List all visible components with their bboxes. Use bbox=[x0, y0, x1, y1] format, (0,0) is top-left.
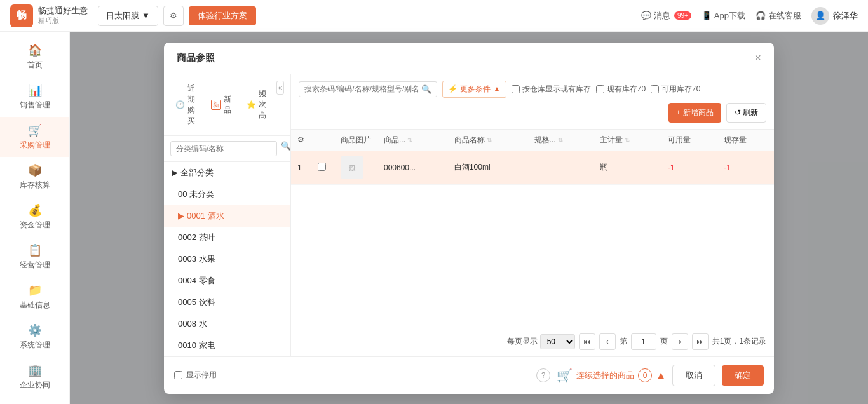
sidebar-item-home[interactable]: 🏠 首页 bbox=[0, 37, 69, 77]
page-size-select[interactable]: 50 10 20 100 bbox=[540, 334, 575, 349]
add-product-button[interactable]: + 新增商品 bbox=[668, 103, 721, 123]
confirm-button[interactable]: 确定 bbox=[722, 365, 764, 386]
total-info: 共1页，1条记录 bbox=[712, 336, 766, 347]
cart-icon: 🛒 bbox=[557, 368, 573, 383]
branch-dropdown[interactable]: 日太阳膜 ▼ bbox=[98, 6, 158, 26]
sidebar-item-operations[interactable]: 📋 经营管理 bbox=[0, 237, 69, 277]
col-available: 可用量 bbox=[661, 130, 718, 151]
sidebar-label-system: 系统管理 bbox=[20, 340, 50, 351]
category-search-input[interactable] bbox=[170, 141, 277, 156]
product-thumbnail: 🖼 bbox=[341, 156, 363, 179]
row-stock: -1 bbox=[717, 151, 774, 184]
cart-area: 🛒 连续选择的商品 0 ▲ bbox=[557, 368, 666, 383]
sidebar-label-stock: 库存核算 bbox=[20, 180, 50, 191]
category-collapse-button[interactable]: « bbox=[276, 81, 284, 95]
row-check[interactable] bbox=[311, 151, 334, 184]
page-number-input[interactable] bbox=[631, 333, 656, 350]
stock-icon: 📦 bbox=[28, 163, 42, 177]
show-disabled-label[interactable]: 显示停用 bbox=[174, 370, 217, 380]
sidebar: 🏠 首页 📊 销售管理 🛒 采购管理 📦 库存核算 💰 资金管理 📋 经营管理 … bbox=[0, 32, 70, 404]
sidebar-item-sales[interactable]: 📊 销售管理 bbox=[0, 77, 69, 117]
col-unit[interactable]: 主计量 ⇅ bbox=[593, 130, 661, 151]
row-spec bbox=[528, 151, 593, 184]
category-0005[interactable]: 0005 饮料 bbox=[164, 292, 290, 313]
modal-close-button[interactable]: × bbox=[754, 51, 761, 65]
search-icon[interactable]: 🔍 bbox=[281, 141, 291, 156]
user-area[interactable]: 👤 徐泽华 bbox=[811, 7, 858, 25]
category-0004-label: 0004 零食 bbox=[178, 275, 215, 286]
category-search-area: 🔍 bbox=[164, 136, 290, 162]
page-size-wrap: 每页显示 50 10 20 100 bbox=[507, 334, 575, 349]
top-right-nav: 💬 消息 99+ 📱 App下载 🎧 在线客服 👤 徐泽华 bbox=[641, 7, 858, 25]
prev-page-button[interactable]: ‹ bbox=[599, 333, 616, 350]
category-0008[interactable]: 0008 水 bbox=[164, 313, 290, 335]
modal-overlay: 商品参照 × 🕐 近期购买 新 新 bbox=[70, 32, 868, 404]
category-panel: 🕐 近期购买 新 新品 ⭐ 频次高 « bbox=[164, 74, 291, 356]
recent-purchase-tab[interactable]: 🕐 近期购买 bbox=[170, 81, 201, 129]
avail-ne0-checkbox[interactable]: 可用库存≠0 bbox=[651, 84, 700, 95]
category-0001[interactable]: ▶ 0001 酒水 bbox=[164, 205, 290, 227]
col-code[interactable]: 商品... ⇅ bbox=[377, 130, 448, 151]
category-0004[interactable]: 0004 零食 bbox=[164, 270, 290, 292]
stock-ne0-checkbox[interactable]: 现有库存≠0 bbox=[596, 84, 646, 95]
category-0001-label: 0001 酒水 bbox=[187, 210, 224, 222]
logo-text: 畅捷通好生意 bbox=[38, 6, 88, 17]
product-toolbar: 🔍 ⚡ 更多条件 ▲ 按仓库显示现有库存 bbox=[291, 74, 774, 130]
modal-title: 商品参照 bbox=[177, 52, 215, 64]
app-download-nav-item[interactable]: 📱 App下载 bbox=[702, 10, 745, 22]
product-search-input[interactable] bbox=[304, 84, 419, 93]
next-page-button[interactable]: › bbox=[672, 333, 688, 350]
logo-sub: 精巧版 bbox=[38, 16, 88, 25]
product-search-wrap: 🔍 bbox=[299, 81, 437, 97]
avail-ne0-check[interactable] bbox=[651, 85, 659, 93]
messages-nav-item[interactable]: 💬 消息 99+ bbox=[641, 10, 691, 22]
sidebar-item-system[interactable]: ⚙️ 系统管理 bbox=[0, 317, 69, 357]
category-list: ▶ 全部分类 00 未分类 ▶ 0001 酒水 0002 茶 bbox=[164, 162, 290, 356]
toolbar-right-buttons: + 新增商品 ↺ 刷新 bbox=[668, 103, 766, 123]
more-filter-button[interactable]: ⚡ 更多条件 ▲ bbox=[442, 81, 506, 98]
sidebar-item-purchase[interactable]: 🛒 采购管理 bbox=[0, 117, 69, 157]
product-table: ⚙ 商品图片 商品... ⇅ 商品名称 bbox=[291, 130, 774, 185]
show-disabled-checkbox[interactable] bbox=[174, 371, 182, 379]
sidebar-item-finance[interactable]: 💰 资金管理 bbox=[0, 197, 69, 237]
collapse-arrow[interactable]: ▲ bbox=[656, 370, 666, 381]
last-page-button[interactable]: ⏭ bbox=[692, 333, 709, 350]
category-all-label: 全部分类 bbox=[180, 167, 214, 178]
cart-count: 0 bbox=[638, 368, 652, 382]
service-nav-item[interactable]: 🎧 在线客服 bbox=[756, 10, 801, 22]
trial-button[interactable]: 体验行业方案 bbox=[189, 6, 256, 25]
col-spec[interactable]: 规格... ⇅ bbox=[528, 130, 593, 151]
new-product-tab[interactable]: 新 新品 bbox=[206, 81, 236, 129]
sidebar-item-stock[interactable]: 📦 库存核算 bbox=[0, 157, 69, 197]
sidebar-item-guide[interactable]: 🎓 新手引导 bbox=[0, 397, 69, 404]
category-00[interactable]: 00 未分类 bbox=[164, 184, 290, 205]
pagination: 每页显示 50 10 20 100 ⏮ ‹ 第 bbox=[291, 327, 774, 356]
warehouse-stock-check[interactable] bbox=[512, 85, 520, 93]
new-icon: 新 bbox=[211, 100, 221, 110]
sidebar-item-enterprise[interactable]: 🏢 企业协同 bbox=[0, 357, 69, 397]
col-settings[interactable]: ⚙ bbox=[291, 130, 311, 151]
basic-icon: 📁 bbox=[28, 283, 42, 297]
system-icon: ⚙️ bbox=[28, 323, 42, 337]
first-page-button[interactable]: ⏮ bbox=[579, 333, 595, 350]
product-reference-modal: 商品参照 × 🕐 近期购买 新 新 bbox=[164, 43, 774, 394]
category-0002[interactable]: 0002 茶叶 bbox=[164, 227, 290, 248]
frequent-tab[interactable]: ⭐ 频次高 bbox=[241, 81, 271, 129]
modal-header: 商品参照 × bbox=[164, 43, 774, 74]
sidebar-item-basic[interactable]: 📁 基础信息 bbox=[0, 277, 69, 317]
table-row[interactable]: 1 🖼 000600... 白酒100ml 瓶 -1 -1 bbox=[291, 151, 774, 184]
category-0003[interactable]: 0003 水果 bbox=[164, 248, 290, 270]
refresh-button[interactable]: ↺ 刷新 bbox=[726, 103, 766, 123]
sidebar-label-purchase: 采购管理 bbox=[20, 140, 50, 151]
col-name[interactable]: 商品名称 ⇅ bbox=[448, 130, 528, 151]
help-icon[interactable]: ? bbox=[536, 368, 550, 382]
category-all[interactable]: ▶ 全部分类 bbox=[164, 162, 290, 184]
search-icon: 🔍 bbox=[421, 84, 431, 94]
row-checkbox[interactable] bbox=[318, 163, 326, 171]
gear-button[interactable]: ⚙ bbox=[163, 6, 184, 26]
stock-ne0-check[interactable] bbox=[596, 85, 604, 93]
category-0010[interactable]: 0010 家电 bbox=[164, 335, 290, 356]
sidebar-label-sales: 销售管理 bbox=[20, 100, 50, 111]
warehouse-stock-checkbox[interactable]: 按仓库显示现有库存 bbox=[512, 84, 591, 95]
cancel-button[interactable]: 取消 bbox=[672, 365, 715, 386]
